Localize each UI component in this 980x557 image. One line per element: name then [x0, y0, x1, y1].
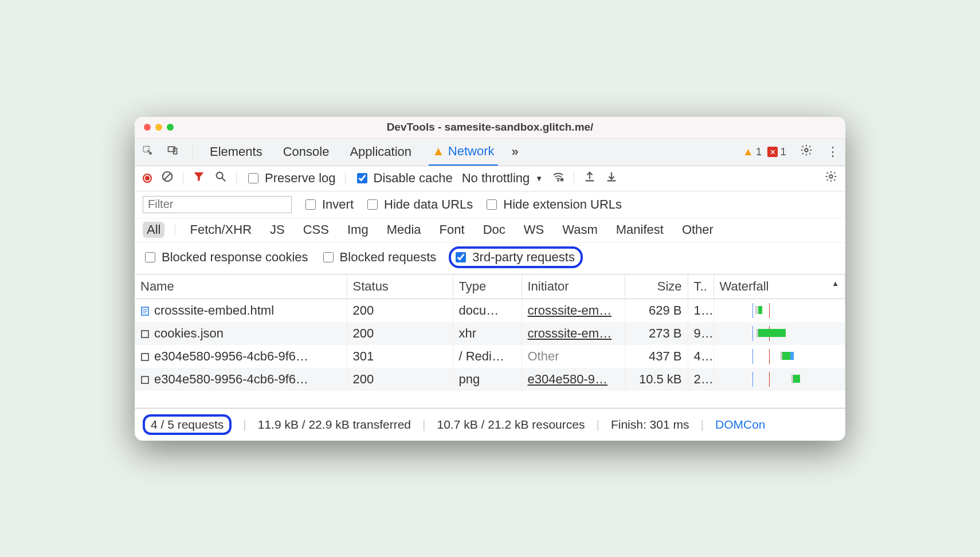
- window-title: DevTools - samesite-sandbox.glitch.me/: [387, 121, 594, 134]
- blocked-cookies-checkbox[interactable]: Blocked response cookies: [143, 250, 308, 265]
- more-tabs-icon[interactable]: »: [512, 144, 519, 159]
- cell-type: docu…: [453, 299, 522, 322]
- cell-time: 9..: [688, 322, 714, 345]
- invert-checkbox[interactable]: Invert: [303, 197, 354, 212]
- cell-size: 629 B: [625, 299, 688, 322]
- tab-console[interactable]: Console: [280, 139, 333, 166]
- type-wasm[interactable]: Wasm: [558, 222, 602, 238]
- kebab-menu-icon[interactable]: ⋮: [826, 144, 838, 159]
- type-css[interactable]: CSS: [299, 222, 333, 238]
- cell-name: crosssite-embed.html: [135, 299, 347, 322]
- network-conditions-icon[interactable]: [552, 170, 565, 186]
- throttling-select[interactable]: No throttling ▼: [462, 171, 543, 186]
- blocked-requests-checkbox[interactable]: Blocked requests: [321, 250, 437, 265]
- hide-data-urls-checkbox[interactable]: Hide data URLs: [365, 197, 473, 212]
- traffic-lights: [144, 124, 174, 131]
- type-all[interactable]: All: [143, 222, 164, 238]
- type-doc[interactable]: Doc: [479, 222, 509, 238]
- svg-rect-17: [142, 376, 148, 383]
- cell-time: 1..: [688, 299, 714, 322]
- requests-table: Name Status Type Initiator Size T.. Wate…: [135, 274, 845, 391]
- transferred-label: 11.9 kB / 22.9 kB transferred: [258, 418, 411, 432]
- type-js[interactable]: JS: [266, 222, 289, 238]
- record-button[interactable]: [143, 174, 152, 183]
- svg-point-3: [805, 148, 808, 152]
- settings-icon[interactable]: [800, 144, 813, 160]
- sort-indicator-icon: ▲: [832, 279, 839, 288]
- preserve-log-checkbox[interactable]: Preserve log: [246, 171, 336, 186]
- cell-size: 273 B: [625, 322, 688, 345]
- third-party-checkbox[interactable]: 3rd-party requests: [453, 250, 575, 265]
- cell-initiator[interactable]: crosssite-em…: [522, 299, 625, 322]
- col-initiator[interactable]: Initiator: [522, 274, 625, 299]
- cell-initiator[interactable]: crosssite-em…: [522, 322, 625, 345]
- col-name[interactable]: Name: [135, 274, 347, 299]
- col-type[interactable]: Type: [453, 274, 522, 299]
- download-har-icon[interactable]: [605, 170, 618, 186]
- warnings-badge[interactable]: ▲1: [743, 146, 762, 158]
- cell-name: cookies.json: [135, 322, 347, 345]
- request-row[interactable]: crosssite-embed.html200docu…crosssite-em…: [135, 299, 845, 322]
- request-row[interactable]: e304e580-9956-4cb6-9f6…301/ Redi…Other43…: [135, 345, 845, 368]
- hide-extension-urls-checkbox[interactable]: Hide extension URLs: [484, 197, 622, 212]
- inspect-icon[interactable]: [142, 144, 153, 159]
- type-media[interactable]: Media: [383, 222, 425, 238]
- network-toolbar: Preserve log Disable cache No throttling…: [135, 166, 845, 191]
- cell-type: / Redi…: [453, 345, 522, 368]
- svg-point-10: [829, 175, 833, 178]
- network-settings-icon[interactable]: [825, 170, 837, 186]
- device-toggle-icon[interactable]: [167, 144, 178, 159]
- close-window-button[interactable]: [144, 124, 151, 131]
- col-time[interactable]: T..: [688, 274, 714, 299]
- file-icon: [140, 330, 150, 339]
- type-ws[interactable]: WS: [520, 222, 548, 238]
- col-waterfall[interactable]: Waterfall ▲: [714, 274, 845, 299]
- cell-initiator[interactable]: Other: [522, 345, 625, 368]
- filter-icon[interactable]: [193, 170, 205, 186]
- col-size[interactable]: Size: [625, 274, 688, 299]
- filter-input[interactable]: [143, 196, 292, 213]
- svg-line-7: [222, 178, 226, 182]
- type-manifest[interactable]: Manifest: [612, 222, 668, 238]
- upload-har-icon[interactable]: [583, 170, 596, 186]
- type-font[interactable]: Font: [436, 222, 469, 238]
- errors-badge[interactable]: ✕1: [767, 146, 786, 158]
- svg-point-8: [558, 180, 559, 181]
- table-header-row: Name Status Type Initiator Size T.. Wate…: [135, 274, 845, 299]
- cell-size: 437 B: [625, 345, 688, 368]
- file-icon: [140, 375, 150, 385]
- cell-type: xhr: [453, 322, 522, 345]
- file-icon: [140, 352, 150, 362]
- status-bar: 4 / 5 requests | 11.9 kB / 22.9 kB trans…: [135, 408, 845, 441]
- clear-button[interactable]: [161, 170, 174, 186]
- extra-filters: Blocked response cookies Blocked request…: [135, 243, 845, 274]
- cell-status: 200: [347, 368, 453, 391]
- search-icon[interactable]: [214, 170, 227, 186]
- zoom-window-button[interactable]: [167, 124, 174, 131]
- type-other[interactable]: Other: [678, 222, 718, 238]
- filter-row: Invert Hide data URLs Hide extension URL…: [135, 191, 845, 218]
- cell-waterfall: [714, 322, 845, 345]
- titlebar: DevTools - samesite-sandbox.glitch.me/: [135, 117, 845, 139]
- request-row[interactable]: e304e580-9956-4cb6-9f6…200pnge304e580-9……: [135, 368, 845, 391]
- devtools-tabs: Elements Console Application ▲ Network »…: [135, 139, 845, 166]
- tab-application[interactable]: Application: [346, 139, 415, 166]
- tab-elements[interactable]: Elements: [206, 139, 266, 166]
- cell-initiator[interactable]: e304e580-9…: [522, 368, 625, 391]
- svg-rect-16: [142, 354, 148, 360]
- request-row[interactable]: cookies.json200xhrcrosssite-em…273 B9..: [135, 322, 845, 345]
- cell-time: 2..: [688, 368, 714, 391]
- svg-point-6: [217, 172, 223, 179]
- resources-label: 10.7 kB / 21.2 kB resources: [437, 418, 585, 432]
- svg-rect-15: [142, 331, 148, 338]
- col-status[interactable]: Status: [347, 274, 453, 299]
- type-fetch[interactable]: Fetch/XHR: [186, 222, 256, 238]
- minimize-window-button[interactable]: [155, 124, 162, 131]
- disable-cache-checkbox[interactable]: Disable cache: [355, 171, 453, 186]
- cell-name: e304e580-9956-4cb6-9f6…: [135, 345, 347, 368]
- cell-waterfall: [714, 345, 845, 368]
- cell-waterfall: [714, 299, 845, 322]
- tab-network[interactable]: ▲ Network: [429, 139, 497, 166]
- type-img[interactable]: Img: [343, 222, 373, 238]
- cell-time: 4..: [688, 345, 714, 368]
